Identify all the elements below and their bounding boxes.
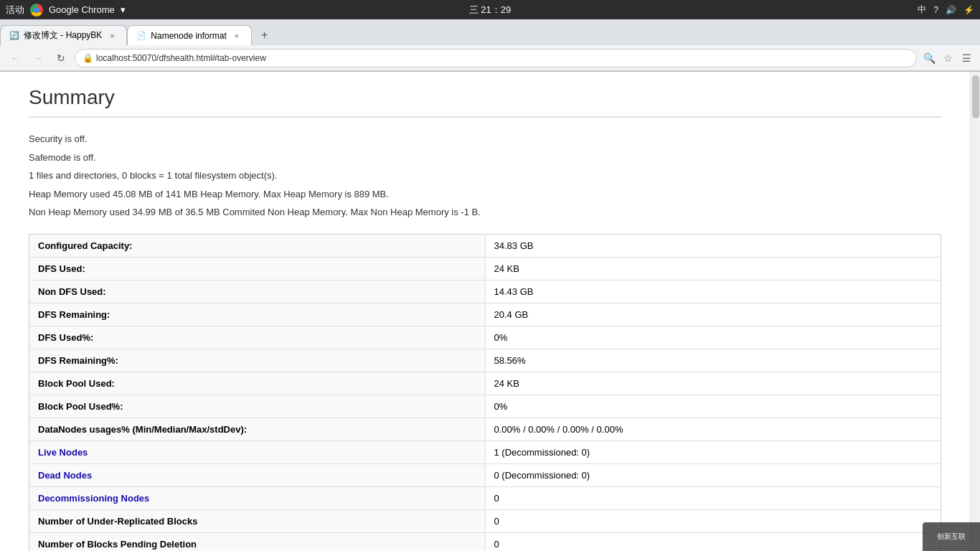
table-cell-label: DataNodes usages% (Min/Median/Max/stdDev… xyxy=(29,418,486,441)
table-cell-label-link[interactable]: Dead Nodes xyxy=(38,470,92,481)
info-files: 1 files and directories, 0 blocks = 1 to… xyxy=(29,169,941,183)
activities-label[interactable]: 活动 xyxy=(6,4,24,17)
table-cell-value: 14.43 GB xyxy=(485,280,941,303)
tab-label-happybk: 修改博文 - HappyBK xyxy=(24,29,102,42)
os-bar-center: 三 21：29 xyxy=(329,4,651,17)
url-text: localhost:50070/dfshealth.html#tab-overv… xyxy=(96,53,909,63)
power-icon[interactable]: ⚡ xyxy=(963,5,974,15)
tab-icon-happybk: 🔄 xyxy=(9,31,19,40)
reload-button[interactable]: ↻ xyxy=(52,49,70,67)
address-right: 🔍 ☆ ☰ xyxy=(921,50,974,66)
table-cell-label: Configured Capacity: xyxy=(29,234,486,257)
dropdown-arrow[interactable]: ▾ xyxy=(121,4,126,15)
scrollbar-thumb[interactable] xyxy=(972,75,979,118)
back-button[interactable]: ← xyxy=(6,49,24,67)
chrome-icon xyxy=(30,4,43,17)
watermark: 创新互联 xyxy=(923,522,980,551)
table-cell-value: 0.00% / 0.00% / 0.00% / 0.00% xyxy=(485,418,941,441)
table-cell-value: 58.56% xyxy=(485,349,941,372)
bookmark-icon[interactable]: ☆ xyxy=(940,50,956,66)
table-cell-value: 0 (Decommissioned: 0) xyxy=(485,463,941,486)
table-cell-label: Block Pool Used: xyxy=(29,372,486,395)
table-cell-label: Number of Blocks Pending Deletion xyxy=(29,532,486,551)
info-nonheap: Non Heap Memory used 34.99 MB of 36.5 MB… xyxy=(29,205,941,220)
table-row: Decommissioning Nodes0 xyxy=(29,486,941,509)
table-cell-label: DFS Remaining%: xyxy=(29,349,486,372)
table-row: Number of Blocks Pending Deletion0 xyxy=(29,532,941,551)
url-bar[interactable]: 🔒 localhost:50070/dfshealth.html#tab-ove… xyxy=(75,49,917,67)
tab-label-namenode: Namenode informat xyxy=(151,31,226,41)
tab-namenode[interactable]: 📄 Namenode informat × xyxy=(127,25,251,45)
volume-icon[interactable]: 🔊 xyxy=(946,5,956,15)
page-title: Summary xyxy=(29,86,941,118)
info-safemode: Safemode is off. xyxy=(29,151,941,165)
tab-happybk[interactable]: 🔄 修改博文 - HappyBK × xyxy=(0,25,127,45)
search-icon[interactable]: 🔍 xyxy=(921,50,937,66)
table-cell-value: 24 KB xyxy=(485,257,941,280)
tabs-bar: 🔄 修改博文 - HappyBK × 📄 Namenode informat ×… xyxy=(0,19,980,45)
os-bar-right: 中 ? 🔊 ⚡ xyxy=(651,4,974,16)
table-cell-value: 20.4 GB xyxy=(485,303,941,326)
table-cell-value: 1 (Decommissioned: 0) xyxy=(485,441,941,463)
summary-table: Configured Capacity:34.83 GBDFS Used:24 … xyxy=(29,234,941,552)
table-cell-label: Non DFS Used: xyxy=(29,280,486,303)
tab-close-happybk[interactable]: × xyxy=(106,30,118,42)
lock-icon: 🔒 xyxy=(83,53,93,63)
info-heap: Heap Memory used 45.08 MB of 141 MB Heap… xyxy=(29,187,941,202)
table-cell-value: 0% xyxy=(485,395,941,418)
table-row: Number of Under-Replicated Blocks0 xyxy=(29,509,941,532)
table-row: Block Pool Used%:0% xyxy=(29,395,941,418)
forward-button[interactable]: → xyxy=(29,49,47,67)
table-cell-value: 0 xyxy=(485,532,941,551)
browser-chrome: 🔄 修改博文 - HappyBK × 📄 Namenode informat ×… xyxy=(0,19,980,72)
clock: 三 21：29 xyxy=(469,4,512,15)
table-row: DFS Remaining:20.4 GB xyxy=(29,303,941,326)
table-row: DFS Used%:0% xyxy=(29,326,941,349)
table-cell-label-link[interactable]: Decommissioning Nodes xyxy=(38,493,149,504)
lang-indicator[interactable]: 中 xyxy=(918,4,926,16)
table-cell-value: 24 KB xyxy=(485,372,941,395)
tab-icon-namenode: 📄 xyxy=(136,31,146,40)
table-cell-label: DFS Used%: xyxy=(29,326,486,349)
table-row: Dead Nodes0 (Decommissioned: 0) xyxy=(29,463,941,486)
table-row: Configured Capacity:34.83 GB xyxy=(29,234,941,257)
new-tab-button[interactable]: + xyxy=(255,25,275,45)
table-row: Block Pool Used:24 KB xyxy=(29,372,941,395)
table-row: DataNodes usages% (Min/Median/Max/stdDev… xyxy=(29,418,941,441)
browser-name: Google Chrome xyxy=(49,4,115,15)
table-cell-value: 0% xyxy=(485,326,941,349)
table-cell-value: 0 xyxy=(485,486,941,509)
table-row: Live Nodes1 (Decommissioned: 0) xyxy=(29,441,941,463)
table-cell-value: 0 xyxy=(485,509,941,532)
info-security: Security is off. xyxy=(29,132,941,146)
table-cell-label: Block Pool Used%: xyxy=(29,395,486,418)
table-cell-label: DFS Remaining: xyxy=(29,303,486,326)
tab-close-namenode[interactable]: × xyxy=(231,30,242,42)
address-bar: ← → ↻ 🔒 localhost:50070/dfshealth.html#t… xyxy=(0,45,980,71)
table-cell-value: 34.83 GB xyxy=(485,234,941,257)
table-row: Non DFS Used:14.43 GB xyxy=(29,280,941,303)
page-content: Summary Security is off. Safemode is off… xyxy=(0,72,970,551)
help-icon[interactable]: ? xyxy=(933,5,938,15)
os-bar: 活动 Google Chrome ▾ 三 21：29 中 ? 🔊 ⚡ xyxy=(0,0,980,19)
page-container: Summary Security is off. Safemode is off… xyxy=(0,72,980,551)
table-row: DFS Used:24 KB xyxy=(29,257,941,280)
table-cell-label: DFS Used: xyxy=(29,257,486,280)
menu-icon[interactable]: ☰ xyxy=(958,50,974,66)
table-row: DFS Remaining%:58.56% xyxy=(29,349,941,372)
table-cell-label-link[interactable]: Live Nodes xyxy=(38,447,88,458)
scrollbar-track[interactable] xyxy=(970,72,980,551)
table-cell-label: Number of Under-Replicated Blocks xyxy=(29,509,486,532)
os-bar-left: 活动 Google Chrome ▾ xyxy=(6,4,329,17)
